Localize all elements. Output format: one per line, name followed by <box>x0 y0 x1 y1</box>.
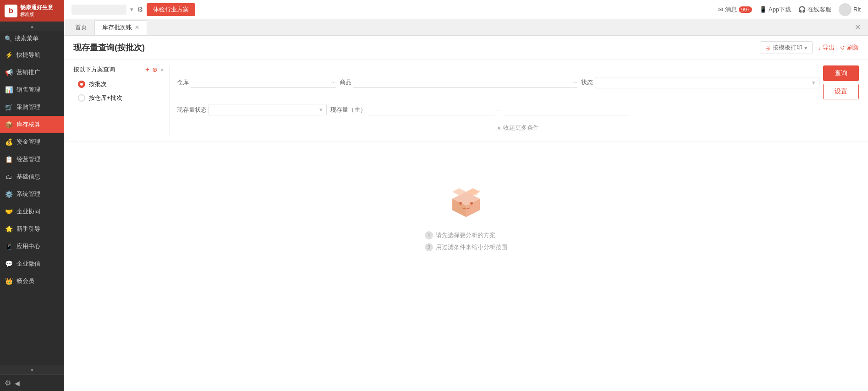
product-more-icon[interactable]: ··· <box>573 79 577 86</box>
inventory-qty-to-input[interactable] <box>504 104 631 115</box>
scheme-title: 按以下方案查询 + ⊕ « <box>73 65 164 74</box>
sidebar-item-label: 企业协同 <box>16 207 40 216</box>
sidebar-search-item[interactable]: 🔍 搜索菜单 <box>0 31 64 46</box>
app-version: 标准版 <box>20 11 53 18</box>
sidebar-item-operations[interactable]: 📋 经营管理 <box>0 151 64 168</box>
sidebar-item-marketing[interactable]: 📢 营销推广 <box>0 64 64 81</box>
export-label: 导出 <box>823 43 835 52</box>
sidebar-item-wechat[interactable]: 💬 企业微信 <box>0 255 64 272</box>
inventory-status-filter-group: 现存量状态 ▾ <box>177 104 327 115</box>
sidebar-item-label: 畅会员 <box>16 277 34 285</box>
product-input-wrapper[interactable]: ··· <box>353 77 578 88</box>
online-service-label: 在线客服 <box>808 5 831 14</box>
status-select[interactable]: ▾ <box>595 77 819 88</box>
online-service-item[interactable]: 🎧 在线客服 <box>798 5 831 14</box>
tip-text-2: 用过滤条件来缩小分析范围 <box>436 243 507 251</box>
refresh-label: 刷新 <box>847 43 859 52</box>
sidebar-item-member[interactable]: 👑 畅会员 <box>0 272 64 290</box>
svg-point-6 <box>470 202 473 205</box>
app-download-item[interactable]: 📱 App下载 <box>759 5 791 14</box>
messages-item[interactable]: ✉ 消息 99+ <box>718 5 752 14</box>
scheme-collapse-icon[interactable]: « <box>160 66 164 73</box>
service-icon: 🎧 <box>798 6 806 13</box>
inventory-qty-from-input[interactable] <box>368 104 494 115</box>
query-button[interactable]: 查询 <box>823 65 859 81</box>
refresh-button[interactable]: ↺ 刷新 <box>840 43 859 52</box>
sidebar-item-sales[interactable]: 📊 销售管理 <box>0 81 64 98</box>
enterprise-icon: 🤝 <box>5 207 13 216</box>
scheme-item-by-batch[interactable]: 按批次 <box>73 77 164 91</box>
sidebar-item-label: 销售管理 <box>16 86 40 94</box>
tip-num-2: 2 <box>425 243 433 251</box>
scroll-down-btn[interactable]: ▼ <box>0 365 64 375</box>
operations-icon: 📋 <box>5 155 13 163</box>
sidebar-item-finance[interactable]: 💰 资金管理 <box>0 133 64 151</box>
svg-point-7 <box>475 193 478 196</box>
sidebar: b 畅康通好生意 标准版 ▲ 🔍 搜索菜单 ⚡ 快捷导航 📢 营销推广 📊 销售… <box>0 0 64 391</box>
scheme-actions: + ⊕ « <box>145 66 164 73</box>
industry-solution-button[interactable]: 体验行业方案 <box>147 3 195 16</box>
template-print-button[interactable]: 🖨 按模板打印 ▾ <box>760 41 813 54</box>
warehouse-more-icon[interactable]: ··· <box>331 79 335 86</box>
settings-button[interactable]: 设置 <box>823 84 859 99</box>
basic-icon: 🗂 <box>5 173 13 181</box>
sidebar-settings-icon[interactable]: ⚙ <box>5 379 11 387</box>
export-button[interactable]: ↓ 导出 <box>818 43 835 52</box>
sidebar-item-newbie[interactable]: 🌟 新手引导 <box>0 220 64 238</box>
tab-close-icon[interactable]: ✕ <box>135 24 139 31</box>
warehouse-filter-group: 仓库 ··· <box>177 77 336 88</box>
tab-home-label: 首页 <box>75 23 87 32</box>
app-name: 畅康通好生意 <box>20 4 53 11</box>
template-print-label: 按模板打印 <box>773 43 802 52</box>
tab-inventory-batch[interactable]: 库存批次账 ✕ <box>94 20 147 35</box>
warehouse-input-wrapper[interactable]: ··· <box>191 77 336 88</box>
inventory-status-select[interactable]: ▾ <box>209 104 327 115</box>
query-btn-group: 查询 设置 <box>823 65 859 99</box>
sidebar-item-enterprise[interactable]: 🤝 企业协同 <box>0 203 64 220</box>
sidebar-item-label: 资金管理 <box>16 138 40 146</box>
sidebar-item-apps[interactable]: 📱 应用中心 <box>0 238 64 255</box>
user-profile-item[interactable]: Rit <box>839 3 861 16</box>
sidebar-item-label: 采购管理 <box>16 103 40 111</box>
sidebar-item-quick-nav[interactable]: ⚡ 快捷导航 <box>0 46 64 64</box>
marketing-icon: 📢 <box>5 68 13 76</box>
sidebar-item-system[interactable]: ⚙️ 系统管理 <box>0 185 64 203</box>
user-name-label: Rit <box>853 6 861 13</box>
newbie-icon: 🌟 <box>5 225 13 233</box>
tabs-bar: 首页 库存批次账 ✕ ✕ <box>64 19 868 36</box>
sidebar-item-label: 快捷导航 <box>16 51 40 59</box>
inventory-status-dropdown-icon: ▾ <box>319 106 323 113</box>
empty-illustration <box>443 178 489 224</box>
collapse-more-icon: ∧ <box>497 125 501 131</box>
tab-close-all-icon[interactable]: ✕ <box>851 23 864 32</box>
tab-home[interactable]: 首页 <box>68 21 94 34</box>
collapse-more-btn[interactable]: ∧ 收起更多条件 <box>177 120 859 136</box>
scheme-dot-inactive <box>78 94 85 102</box>
sidebar-item-purchase[interactable]: 🛒 采购管理 <box>0 98 64 116</box>
scheme-label-by-batch: 按批次 <box>89 80 107 88</box>
print-icon: 🖨 <box>765 44 771 51</box>
inventory-icon: 📦 <box>5 120 13 129</box>
sidebar-bottom: ⚙ ◀ <box>0 375 64 391</box>
scheme-add-button[interactable]: + <box>145 66 149 73</box>
inventory-qty-filter-group: 现存量（主） — <box>330 104 630 115</box>
topbar-gear-icon[interactable]: ⚙ <box>137 5 143 14</box>
scheme-settings-icon[interactable]: ⊕ <box>152 66 158 73</box>
sidebar-item-label: 应用中心 <box>16 242 40 250</box>
finance-icon: 💰 <box>5 138 13 146</box>
sidebar-collapse-icon[interactable]: ◀ <box>15 380 20 387</box>
scheme-item-by-warehouse-batch[interactable]: 按仓库+批次 <box>73 91 164 105</box>
empty-tips: 1 请先选择要分析的方案 2 用过滤条件来缩小分析范围 <box>425 231 507 251</box>
sidebar-item-inventory[interactable]: 📦 库存核算 <box>0 116 64 133</box>
messages-badge: 99+ <box>739 6 752 13</box>
topbar-search-input[interactable] <box>71 5 126 15</box>
print-dropdown-icon[interactable]: ▾ <box>804 44 808 51</box>
refresh-icon: ↺ <box>840 44 845 51</box>
topbar-dropdown-icon[interactable]: ▾ <box>130 6 133 13</box>
empty-state: 1 请先选择要分析的方案 2 用过滤条件来缩小分析范围 <box>64 141 868 288</box>
product-label: 商品 <box>340 78 352 87</box>
topbar-right: ✉ 消息 99+ 📱 App下载 🎧 在线客服 Rit <box>718 3 861 16</box>
sidebar-item-basic[interactable]: 🗂 基础信息 <box>0 168 64 185</box>
page-content: 现存量查询(按批次) 🖨 按模板打印 ▾ ↓ 导出 ↺ 刷新 <box>64 36 868 391</box>
scroll-up-btn[interactable]: ▲ <box>0 22 64 31</box>
